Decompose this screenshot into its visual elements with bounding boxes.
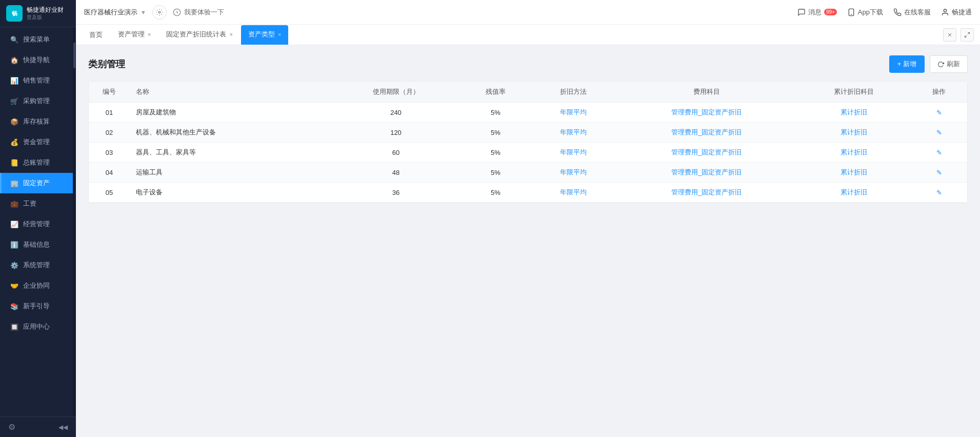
sidebar-bottom: ⚙ ◀◀ xyxy=(0,416,76,437)
col-header-name: 名称 xyxy=(130,82,331,103)
tab-home-label: 首页 xyxy=(89,30,103,39)
topbar-right: 消息 99+ App下载 在线客服 xyxy=(797,8,972,17)
tab-asset-management[interactable]: 资产管理 × xyxy=(111,25,158,45)
online-service-label: 在线客服 xyxy=(904,8,931,17)
cell-edit[interactable]: ✎ xyxy=(911,143,967,163)
cell-period: 240 xyxy=(331,103,460,123)
sidebar-item-basic-info[interactable]: ℹ️ 基础信息 xyxy=(0,234,73,255)
svg-point-0 xyxy=(158,11,161,13)
app-logo-text: 畅捷通好业财 普及版 xyxy=(27,6,64,21)
header-actions: + 新增 刷新 xyxy=(889,55,968,73)
sidebar-item-purchase[interactable]: 🛒 采购管理 xyxy=(0,91,73,111)
close-tab-button[interactable] xyxy=(943,28,956,42)
cell-name: 电子设备 xyxy=(130,183,331,203)
search-icon: 🔍 xyxy=(10,35,19,44)
svg-line-7 xyxy=(968,32,970,34)
cell-depreciation: 累计折旧 xyxy=(797,103,911,123)
sidebar-nav: 🔍 搜索菜单 🏠 快捷导航 📊 销售管理 🛒 采购管理 📦 库存核 xyxy=(0,27,73,339)
cell-name: 运输工具 xyxy=(130,163,331,183)
tab-asset-management-close[interactable]: × xyxy=(148,31,151,37)
new-button[interactable]: + 新增 xyxy=(889,55,925,73)
expand-tab-button[interactable] xyxy=(961,28,974,42)
settings-bottom-icon[interactable]: ⚙ xyxy=(8,422,15,432)
cell-depreciation: 累计折旧 xyxy=(797,163,911,183)
cell-method: 年限平均 xyxy=(531,123,616,143)
cell-period: 120 xyxy=(331,123,460,143)
cell-period: 36 xyxy=(331,183,460,203)
cell-period: 60 xyxy=(331,143,460,163)
svg-point-4 xyxy=(944,9,946,12)
cell-edit[interactable]: ✎ xyxy=(911,103,967,123)
online-service-button[interactable]: 在线客服 xyxy=(893,8,931,17)
col-header-method: 折旧方法 xyxy=(531,82,616,103)
tabs-bar: 首页 资产管理 × 固定资产折旧统计表 × 资产类型 × xyxy=(76,25,980,45)
app-logo-icon: 畅 xyxy=(6,5,23,22)
collapse-icon[interactable]: ◀◀ xyxy=(58,424,68,431)
sidebar-item-guide[interactable]: 📚 新手引导 xyxy=(0,296,73,316)
sidebar-item-operation[interactable]: 📈 经营管理 xyxy=(0,214,73,234)
cell-method: 年限平均 xyxy=(531,103,616,123)
cell-method: 年限平均 xyxy=(531,163,616,183)
tabs-controls xyxy=(943,28,974,42)
cell-depreciation: 累计折旧 xyxy=(797,183,911,203)
operation-icon: 📈 xyxy=(10,220,19,229)
company-selector[interactable]: 医疗器械行业演示 ▼ xyxy=(84,8,146,17)
sidebar-item-ledger[interactable]: 📒 总账管理 xyxy=(0,152,73,173)
sidebar-scrollbar-thumb xyxy=(73,43,75,68)
sidebar: 畅 畅捷通好业财 普及版 🔍 搜索菜单 🏠 快捷导航 📊 销售管理 xyxy=(0,0,76,437)
cell-depreciation: 累计折旧 xyxy=(797,123,911,143)
sidebar-item-quick-nav[interactable]: 🏠 快捷导航 xyxy=(0,50,73,70)
cooperation-icon: 🤝 xyxy=(10,281,19,290)
cell-edit[interactable]: ✎ xyxy=(911,163,967,183)
company-name: 医疗器械行业演示 xyxy=(84,8,137,17)
table-row: 02机器、机械和其他生产设备1205%年限平均管理费用_固定资产折旧累计折旧✎ xyxy=(89,123,967,143)
tab-asset-management-label: 资产管理 xyxy=(118,30,145,39)
sidebar-logo: 畅 畅捷通好业财 普及版 xyxy=(0,0,76,27)
app-download-button[interactable]: App下载 xyxy=(847,8,883,17)
tab-asset-type[interactable]: 资产类型 × xyxy=(241,25,288,45)
experience-text: 我要体验一下 xyxy=(184,8,224,17)
tab-asset-type-close[interactable]: × xyxy=(278,31,281,37)
cell-edit[interactable]: ✎ xyxy=(911,183,967,203)
sidebar-item-cooperation[interactable]: 🤝 企业协同 xyxy=(0,275,73,296)
sidebar-item-fixed-assets[interactable]: 🏢 固定资产 xyxy=(0,173,73,193)
sidebar-item-system[interactable]: ⚙️ 系统管理 xyxy=(0,255,73,275)
col-header-period: 使用期限（月） xyxy=(331,82,460,103)
tab-home[interactable]: 首页 xyxy=(82,25,110,45)
cell-depreciation: 累计折旧 xyxy=(797,143,911,163)
user-button[interactable]: 畅捷通 xyxy=(941,8,972,17)
cell-expense: 管理费用_固定资产折旧 xyxy=(616,183,796,203)
sidebar-item-app-center[interactable]: 🔲 应用中心 xyxy=(0,316,73,337)
experience-button[interactable]: 我要体验一下 xyxy=(173,8,224,17)
cell-code: 05 xyxy=(89,183,130,203)
app-download-label: App下载 xyxy=(858,8,883,17)
cell-expense: 管理费用_固定资产折旧 xyxy=(616,163,796,183)
cell-edit[interactable]: ✎ xyxy=(911,123,967,143)
sidebar-item-inventory[interactable]: 📦 库存核算 xyxy=(0,111,73,132)
tab-depreciation-table[interactable]: 固定资产折旧统计表 × xyxy=(159,25,239,45)
system-icon: ⚙️ xyxy=(10,261,19,270)
cell-residual: 5% xyxy=(461,183,531,203)
cell-residual: 5% xyxy=(461,123,531,143)
refresh-button[interactable]: 刷新 xyxy=(930,55,968,73)
fixed-assets-icon: 🏢 xyxy=(10,178,19,188)
username-label: 畅捷通 xyxy=(952,8,972,17)
table-row: 01房屋及建筑物2405%年限平均管理费用_固定资产折旧累计折旧✎ xyxy=(89,103,967,123)
sidebar-item-sales[interactable]: 📊 销售管理 xyxy=(0,70,73,91)
sidebar-item-search[interactable]: 🔍 搜索菜单 xyxy=(0,29,73,50)
sidebar-item-salary[interactable]: 💼 工资 xyxy=(0,193,73,214)
col-header-expense: 费用科目 xyxy=(616,82,796,103)
tab-depreciation-table-close[interactable]: × xyxy=(229,31,232,37)
settings-button[interactable] xyxy=(152,5,167,19)
message-badge: 99+ xyxy=(824,9,837,15)
sidebar-item-fund[interactable]: 💰 资金管理 xyxy=(0,132,73,152)
cell-name: 器具、工具、家具等 xyxy=(130,143,331,163)
message-button[interactable]: 消息 99+ xyxy=(797,8,837,17)
cell-expense: 管理费用_固定资产折旧 xyxy=(616,103,796,123)
basic-info-icon: ℹ️ xyxy=(10,240,19,249)
main-area: 医疗器械行业演示 ▼ 我要体验一下 xyxy=(76,0,980,437)
purchase-icon: 🛒 xyxy=(10,96,19,106)
cell-code: 01 xyxy=(89,103,130,123)
table-row: 03器具、工具、家具等605%年限平均管理费用_固定资产折旧累计折旧✎ xyxy=(89,143,967,163)
tabs-list: 首页 资产管理 × 固定资产折旧统计表 × 资产类型 × xyxy=(82,25,288,45)
